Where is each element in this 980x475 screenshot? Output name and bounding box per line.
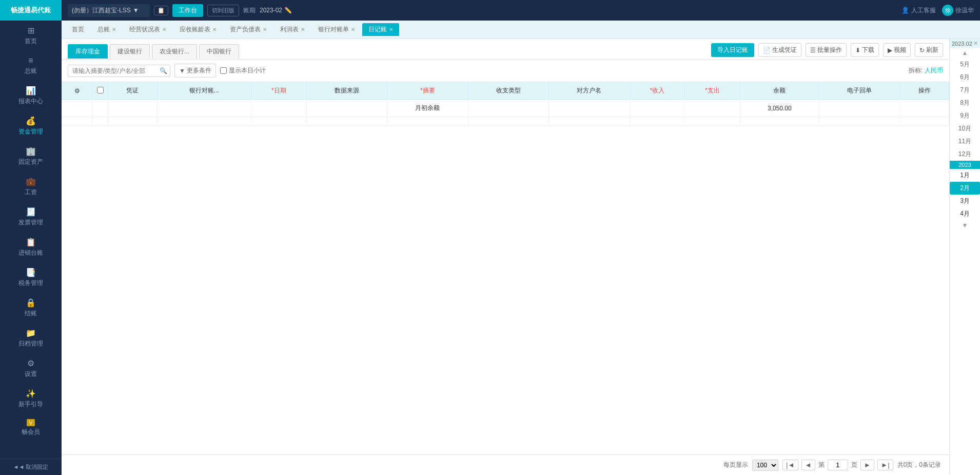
row2-ebill: [819, 117, 899, 126]
last-page-btn[interactable]: ►|: [877, 460, 893, 470]
page-suffix: 页: [851, 461, 857, 469]
more-filter-btn[interactable]: ▼ 更多条件: [174, 64, 216, 78]
page-input[interactable]: [828, 460, 848, 470]
calendar-month-2-active[interactable]: 2月: [950, 182, 980, 195]
download-btn[interactable]: ⬇ 下载: [851, 43, 879, 57]
import-journal-btn[interactable]: 导入日记账: [711, 43, 754, 57]
customer-service-btn[interactable]: 👤 人工客服: [901, 6, 936, 15]
col-ebill: 电子回单: [819, 82, 899, 100]
sidebar-item-invoice[interactable]: 🧾 发票管理: [0, 202, 62, 232]
sidebar-item-guide[interactable]: ✨ 新手引导: [0, 384, 62, 414]
sidebar-item-tax[interactable]: 📑 税务管理: [0, 262, 62, 293]
period-edit-icon[interactable]: ✏️: [284, 7, 292, 14]
company-name: (勿册）江西超宝-LSS: [72, 6, 131, 15]
sidebar-item-reports[interactable]: 📊 报表中心: [0, 81, 62, 111]
row2-balance: [740, 117, 819, 126]
sidebar-item-salary[interactable]: 💼 工资: [0, 172, 62, 202]
tab-assets-close[interactable]: ✕: [263, 27, 267, 32]
company-selector[interactable]: (勿册）江西超宝-LSS ▼: [68, 4, 150, 17]
tab-journal-close[interactable]: ✕: [389, 27, 393, 32]
sub-tab-nongye[interactable]: 农业银行...: [152, 44, 197, 59]
row2-data-source: [306, 117, 387, 126]
tax-icon: 📑: [26, 268, 36, 277]
sidebar-item-settings-label: 设置: [25, 370, 37, 378]
calendar-month-11[interactable]: 11月: [950, 135, 980, 148]
sub-tab-cash[interactable]: 库存现金: [68, 44, 108, 59]
calendar-nav-down[interactable]: ▼: [950, 220, 980, 231]
sub-tab-jianshe[interactable]: 建设银行: [110, 44, 150, 59]
row1-summary: 月初余额: [387, 100, 468, 117]
generate-voucher-btn[interactable]: 📄 生成凭证: [758, 43, 801, 57]
tab-profit-close[interactable]: ✕: [301, 27, 305, 32]
calendar-month-1[interactable]: 1月: [950, 169, 980, 182]
calendar-month-4[interactable]: 4月: [950, 207, 980, 220]
row1-action: [900, 100, 949, 117]
row2-expense: [685, 117, 740, 126]
tab-bank-close[interactable]: ✕: [351, 27, 355, 32]
sidebar-item-purchase[interactable]: 📋 进销台账: [0, 232, 62, 262]
sidebar-item-home[interactable]: ⊞ 首页: [0, 21, 62, 51]
funds-icon: 💰: [26, 116, 36, 126]
voucher-icon: 📄: [763, 47, 771, 54]
sidebar-item-close[interactable]: 🔒 结账: [0, 293, 62, 323]
calendar-nav-up[interactable]: ▲: [950, 48, 980, 58]
row1-income: [630, 100, 685, 117]
tab-profit[interactable]: 利润表 ✕: [274, 23, 311, 36]
sidebar-item-member-label: 畅会员: [22, 428, 40, 436]
calendar-month-6[interactable]: 6月: [950, 71, 980, 84]
col-settings[interactable]: ⚙: [62, 82, 93, 100]
tab-ledger-close[interactable]: ✕: [112, 27, 116, 32]
video-btn[interactable]: ▶ 视频: [883, 43, 911, 57]
calendar-month-3[interactable]: 3月: [950, 195, 980, 207]
first-page-btn[interactable]: |◄: [782, 460, 798, 470]
sidebar-item-member[interactable]: V 畅会员: [0, 414, 62, 442]
select-all-checkbox[interactable]: [97, 87, 104, 93]
search-input[interactable]: [68, 65, 170, 77]
row1-data-source: [306, 100, 387, 117]
row2-income: [630, 117, 685, 126]
tab-operation-label: 经营状况表: [129, 25, 160, 34]
calendar-month-12[interactable]: 12月: [950, 148, 980, 161]
tab-operation[interactable]: 经营状况表 ✕: [123, 23, 172, 36]
row1-voucher: [108, 100, 158, 117]
calendar-month-9[interactable]: 9月: [950, 109, 980, 122]
tab-bank[interactable]: 银行对账单 ✕: [312, 23, 361, 36]
tab-journal[interactable]: 日记账 ✕: [362, 23, 399, 36]
refresh-btn[interactable]: ↻ 刷新: [915, 43, 943, 57]
show-daily-label[interactable]: 显示本日小计: [220, 66, 266, 75]
sidebar-item-assets[interactable]: 🏢 固定资产: [0, 141, 62, 172]
tab-home[interactable]: 首页: [66, 23, 90, 36]
sidebar-item-ledger[interactable]: ≡ 总账: [0, 51, 62, 81]
tab-operation-close[interactable]: ✕: [162, 27, 166, 32]
page-size-select[interactable]: 100 50 200: [752, 460, 778, 471]
calendar-month-7[interactable]: 7月: [950, 84, 980, 97]
old-version-btn[interactable]: 切到旧版: [207, 5, 239, 16]
calendar-month-8[interactable]: 8月: [950, 97, 980, 109]
col-voucher: 凭证: [108, 82, 158, 100]
calendar-month-5[interactable]: 5月: [950, 58, 980, 71]
sidebar-item-funds[interactable]: 💰 资金管理: [0, 111, 62, 141]
workbench-btn[interactable]: 工作台: [172, 4, 203, 17]
tab-receivable-close[interactable]: ✕: [212, 27, 217, 32]
tab-ledger[interactable]: 总账 ✕: [91, 23, 122, 36]
search-icon[interactable]: 🔍: [160, 67, 167, 74]
next-page-btn[interactable]: ►: [860, 460, 874, 470]
batch-op-btn[interactable]: ☰ 批量操作: [806, 43, 847, 57]
close-calendar-btn[interactable]: ✕: [973, 40, 978, 47]
collapse-sidebar-btn[interactable]: ◄◄ 取消固定: [0, 459, 62, 475]
pagination: |◄ ◄ 第 页 ► ►|: [782, 460, 893, 470]
tab-receivable[interactable]: 应收账龄表 ✕: [173, 23, 223, 36]
show-daily-checkbox[interactable]: [220, 67, 227, 74]
sidebar-item-archive[interactable]: 📁 归档管理: [0, 323, 62, 353]
calendar-month-10[interactable]: 10月: [950, 122, 980, 135]
prev-page-btn[interactable]: ◄: [801, 460, 815, 470]
row2-voucher: [108, 117, 158, 126]
archive-icon: 📁: [26, 328, 36, 338]
currency-value[interactable]: 人民币: [925, 66, 943, 75]
sidebar-item-invoice-label: 发票管理: [18, 218, 43, 227]
copy-company-btn[interactable]: 📋: [154, 6, 168, 15]
sub-tab-zhongguo[interactable]: 中国银行: [199, 44, 239, 59]
user-avatar-btn[interactable]: 徐 徐温华: [942, 5, 974, 16]
tab-assets[interactable]: 资产负债表 ✕: [224, 23, 273, 36]
sidebar-item-settings[interactable]: ⚙ 设置: [0, 353, 62, 384]
